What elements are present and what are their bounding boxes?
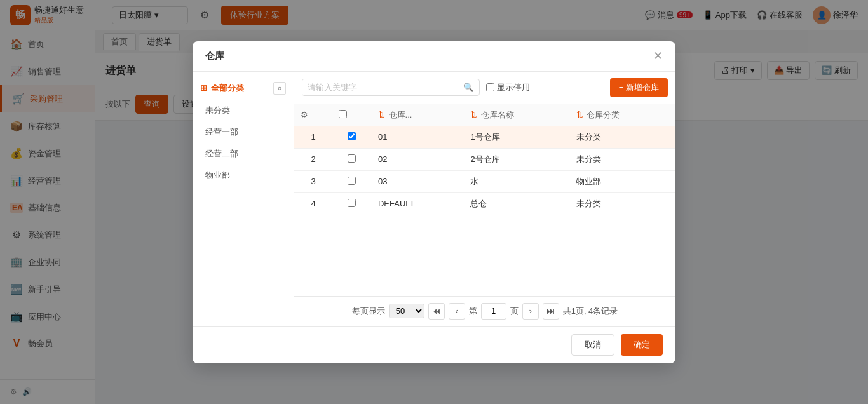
table-row[interactable]: 2 02 2号仓库 未分类 <box>294 148 675 170</box>
category-item-dept2[interactable]: 经营二部 <box>193 143 294 165</box>
table-toolbar: 🔍 显示停用 + 新增仓库 <box>294 72 675 104</box>
th-checkbox <box>332 104 372 126</box>
td-code: 03 <box>372 170 465 192</box>
category-sidebar: ⊞ 全部分类 « 未分类 经营一部 经营二部 物业部 <box>193 72 294 326</box>
td-name: 2号仓库 <box>464 148 569 170</box>
sort-icon: ⇅ <box>576 110 583 119</box>
sort-icon: ⇅ <box>470 110 477 119</box>
td-settings: 1 <box>294 126 332 148</box>
table-header-row: ⚙ ⇅ 仓库... ⇅ 仓库名称 <box>294 104 675 126</box>
show-disabled-checkbox[interactable] <box>486 83 494 91</box>
th-code[interactable]: ⇅ 仓库... <box>372 104 465 126</box>
td-category: 未分类 <box>570 148 675 170</box>
td-checkbox[interactable] <box>332 170 372 192</box>
grid-icon: ⊞ <box>200 83 207 93</box>
modal-header: 仓库 ✕ <box>193 41 675 72</box>
table-row[interactable]: 3 03 水 物业部 <box>294 170 675 192</box>
th-code-label: 仓库... <box>389 110 412 119</box>
td-checkbox[interactable] <box>332 192 372 215</box>
page-first-button[interactable]: ⏮ <box>428 303 445 320</box>
table-row[interactable]: 4 DEFAULT 总仓 未分类 <box>294 192 675 215</box>
page-di-label: 第 <box>469 306 477 317</box>
page-size-select[interactable]: 50 20 100 <box>389 304 424 318</box>
category-all-label: 全部分类 <box>211 83 244 94</box>
td-name: 总仓 <box>464 192 569 215</box>
td-settings: 2 <box>294 148 332 170</box>
pagination: 每页显示 50 20 100 ⏮ ‹ 第 页 › ⏭ 共1页, 4条记录 <box>294 296 675 326</box>
modal-overlay: 仓库 ✕ ⊞ 全部分类 « 未分类 经营一部 经营二部 物业部 <box>0 0 868 404</box>
modal-body: ⊞ 全部分类 « 未分类 经营一部 经营二部 物业部 🔍 <box>193 72 675 326</box>
row-checkbox[interactable] <box>348 199 356 207</box>
row-checkbox[interactable] <box>348 154 356 163</box>
gear-icon: ⚙ <box>301 110 308 119</box>
total-label: 共1页, 4条记录 <box>563 306 618 317</box>
category-item-property[interactable]: 物业部 <box>193 165 294 186</box>
td-category: 物业部 <box>570 170 675 192</box>
table-scroll-area: ⚙ ⇅ 仓库... ⇅ 仓库名称 <box>294 104 675 296</box>
table-area: 🔍 显示停用 + 新增仓库 ⚙ <box>294 72 675 326</box>
th-category[interactable]: ⇅ 仓库分类 <box>570 104 675 126</box>
confirm-button[interactable]: 确定 <box>621 334 663 356</box>
category-item-dept1[interactable]: 经营一部 <box>193 121 294 143</box>
warehouse-modal: 仓库 ✕ ⊞ 全部分类 « 未分类 经营一部 经营二部 物业部 <box>193 41 675 363</box>
td-name: 1号仓库 <box>464 126 569 148</box>
category-header[interactable]: ⊞ 全部分类 « <box>193 77 294 100</box>
page-size-label: 每页显示 <box>352 306 385 317</box>
row-checkbox[interactable] <box>348 177 356 185</box>
cancel-button[interactable]: 取消 <box>571 334 614 356</box>
th-name-label: 仓库名称 <box>481 110 514 119</box>
td-name: 水 <box>464 170 569 192</box>
td-code: 01 <box>372 126 465 148</box>
td-checkbox[interactable] <box>332 148 372 170</box>
show-disabled-text: 显示停用 <box>497 82 530 93</box>
row-checkbox[interactable] <box>348 132 356 140</box>
table-row[interactable]: 1 01 1号仓库 未分类 <box>294 126 675 148</box>
td-settings: 4 <box>294 192 332 215</box>
td-code: DEFAULT <box>372 192 465 215</box>
search-box: 🔍 <box>302 79 480 96</box>
category-item-unclassified[interactable]: 未分类 <box>193 100 294 121</box>
show-disabled-label[interactable]: 显示停用 <box>486 82 530 93</box>
add-warehouse-button[interactable]: + 新增仓库 <box>610 78 668 97</box>
sort-icon: ⇅ <box>378 110 385 119</box>
collapse-button[interactable]: « <box>273 82 286 95</box>
th-settings: ⚙ <box>294 104 332 126</box>
th-category-label: 仓库分类 <box>587 110 620 119</box>
search-input[interactable] <box>302 79 458 95</box>
page-prev-button[interactable]: ‹ <box>449 303 465 320</box>
td-settings: 3 <box>294 170 332 192</box>
page-last-button[interactable]: ⏭ <box>543 303 559 320</box>
th-name[interactable]: ⇅ 仓库名称 <box>464 104 569 126</box>
td-checkbox[interactable] <box>332 126 372 148</box>
search-icon: 🔍 <box>463 83 474 92</box>
modal-footer: 取消 确定 <box>193 326 675 363</box>
select-all-checkbox[interactable] <box>339 110 347 118</box>
modal-title: 仓库 <box>205 50 224 62</box>
page-label: 页 <box>510 306 519 317</box>
search-button[interactable]: 🔍 <box>458 79 479 95</box>
td-category: 未分类 <box>570 126 675 148</box>
modal-close-button[interactable]: ✕ <box>653 50 663 62</box>
td-code: 02 <box>372 148 465 170</box>
page-number-input[interactable] <box>481 303 506 320</box>
page-next-button[interactable]: › <box>522 303 539 320</box>
warehouse-table: ⚙ ⇅ 仓库... ⇅ 仓库名称 <box>294 104 675 215</box>
td-category: 未分类 <box>570 192 675 215</box>
